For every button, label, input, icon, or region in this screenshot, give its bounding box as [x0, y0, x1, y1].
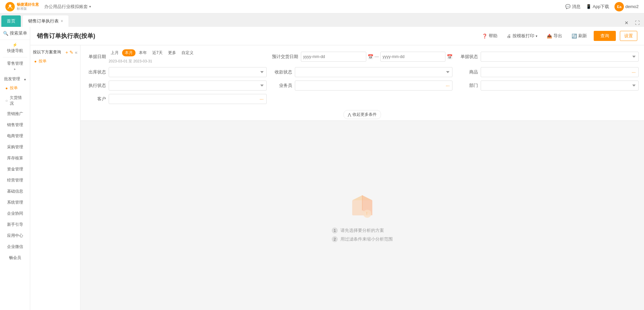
app-selector[interactable]: 办公用品行业模拟账套 ▾ — [42, 4, 94, 10]
date-tab-this-year[interactable]: 本年 — [137, 49, 149, 56]
sidebar-item-sales[interactable]: 销售管理 — [0, 119, 30, 131]
message-button[interactable]: 💬 消息 — [565, 4, 581, 10]
sidebar-search[interactable]: 🔍 搜索菜单 — [0, 27, 30, 40]
shortcut-icon: ⚡ — [12, 43, 17, 47]
add-scheme-button[interactable]: + — [65, 50, 68, 55]
refresh-icon: 🔄 — [572, 34, 577, 39]
sidebar-item-enterprise-wechat[interactable]: 企业微信 — [0, 241, 30, 252]
order-status-select[interactable] — [481, 52, 639, 62]
app-download-button[interactable]: 📱 App下载 — [586, 4, 609, 10]
split-container: 按以下方案查询 + ✎ « ● 按单 — [30, 45, 644, 310]
close-tab-button[interactable]: ✕ — [623, 19, 631, 27]
filter-group-goods: 商品 ··· — [458, 67, 639, 77]
outbound-status-select[interactable] — [109, 67, 267, 77]
main-layout: 🔍 搜索菜单 ⚡ 快捷导航 零售管理 ▸ 批发管理 ▴ ● 按单 ○ 欠货情况 … — [0, 27, 644, 310]
sidebar-shortcut[interactable]: ⚡ 快捷导航 — [0, 40, 30, 56]
payment-label: 收款状态 — [272, 69, 292, 75]
print-icon: 🖨 — [507, 34, 511, 39]
scheme-panel-header: 按以下方案查询 + ✎ « — [30, 48, 80, 56]
filter-group-outbound: 出库状态 — [86, 67, 267, 77]
download-icon: 📱 — [586, 4, 591, 9]
expected-date-to-input[interactable] — [380, 52, 446, 62]
settings-button[interactable]: 设置 — [620, 31, 637, 41]
tip-num-2: 2 — [332, 236, 338, 242]
outbound-label: 出库状态 — [86, 69, 106, 75]
sidebar-item-ecommerce[interactable]: 电商管理 — [0, 131, 30, 142]
customer-more-icon[interactable]: ··· — [260, 96, 264, 102]
sidebar-sub-pushorder[interactable]: ● 按单 — [0, 83, 30, 93]
payment-status-select[interactable] — [295, 67, 453, 77]
user-menu[interactable]: Ea demo2 — [614, 2, 639, 11]
date-tab-custom[interactable]: 自定义 — [179, 49, 196, 56]
sidebar-item-member[interactable]: 畅会员 — [0, 252, 30, 263]
customer-input[interactable]: ··· — [109, 94, 267, 104]
dept-select[interactable] — [481, 81, 639, 91]
app-selector-text: 办公用品行业模拟账套 — [44, 4, 88, 10]
goods-input-container[interactable]: ··· — [481, 67, 639, 77]
query-button[interactable]: 查询 — [594, 31, 616, 41]
sales-rep-input[interactable]: ··· — [295, 81, 453, 91]
filter-group-customer: 客户 ··· — [86, 94, 267, 104]
sidebar-sub-debt[interactable]: ○ 欠货情况 — [0, 93, 30, 108]
logo-icon — [5, 2, 15, 11]
exec-status-select[interactable] — [109, 81, 267, 91]
date-range-display: 2023-03-01 至 2023-03-31 — [109, 59, 267, 64]
goods-more-icon[interactable]: ··· — [632, 69, 636, 75]
filter-group-sales-rep: 业务员 ··· — [272, 81, 453, 91]
expected-date-from-input[interactable] — [301, 52, 366, 62]
avatar: Ea — [614, 2, 624, 11]
edit-scheme-button[interactable]: ✎ — [69, 50, 73, 55]
collapse-up-icon: ⋀ — [348, 112, 351, 117]
calendar-from-icon[interactable]: 📅 — [368, 54, 373, 59]
chevron-down-icon: ▾ — [89, 5, 91, 8]
order-status-label: 单据状态 — [458, 54, 478, 60]
right-content: 单据日期 上月 本月 本年 近7天 更多 自定义 20 — [80, 45, 644, 310]
scheme-panel-actions: + ✎ « — [65, 50, 77, 55]
sales-rep-more-icon[interactable]: ··· — [446, 83, 450, 88]
maximize-button[interactable]: ⛶ — [633, 19, 641, 27]
exec-status-label: 执行状态 — [86, 83, 106, 89]
sidebar-item-operations[interactable]: 经营管理 — [0, 175, 30, 186]
help-button[interactable]: ❓ 帮助 — [479, 32, 500, 40]
date-tab-this-month[interactable]: 本月 — [122, 49, 136, 56]
content-area: 销售订单执行表(按单) ❓ 帮助 🖨 按模板打印 ▾ 📤 导出 — [30, 27, 644, 310]
tab-sales-order-exec[interactable]: 销售订单执行表 × — [23, 15, 68, 27]
filter-row-3: 执行状态 业务员 ··· 部门 — [86, 81, 639, 91]
sidebar: 🔍 搜索菜单 ⚡ 快捷导航 零售管理 ▸ 批发管理 ▴ ● 按单 ○ 欠货情况 … — [0, 27, 30, 310]
sidebar-item-retail[interactable]: 零售管理 ▸ — [0, 58, 30, 73]
sidebar-item-system[interactable]: 系统管理 — [0, 197, 30, 208]
sidebar-item-marketing[interactable]: 营销推广 — [0, 108, 30, 119]
sidebar-item-purchase[interactable]: 采购管理 — [0, 142, 30, 153]
tab-bar-actions: ✕ ⛶ — [623, 19, 644, 27]
sidebar-item-enterprise[interactable]: 企业协同 — [0, 208, 30, 219]
sidebar-item-appstore[interactable]: 应用中心 — [0, 230, 30, 241]
page-title-row: 销售订单执行表(按单) ❓ 帮助 🖨 按模板打印 ▾ 📤 导出 — [37, 31, 637, 41]
export-icon: 📤 — [547, 34, 552, 39]
refresh-button[interactable]: 🔄 刷新 — [569, 32, 590, 40]
collapse-button[interactable]: ⋀ 收起更多条件 — [343, 110, 381, 119]
filter-section: 单据日期 上月 本月 本年 近7天 更多 自定义 20 — [80, 45, 644, 121]
logo-text: 畅捷通好生意 标准版 — [17, 2, 39, 11]
retail-label: 零售管理 — [7, 61, 23, 66]
date-tab-last-month[interactable]: 上月 — [109, 49, 121, 56]
print-button[interactable]: 🖨 按模板打印 ▾ — [504, 32, 540, 40]
sidebar-item-basic[interactable]: 基础信息 — [0, 186, 30, 197]
export-button[interactable]: 📤 导出 — [544, 32, 565, 40]
sidebar-item-inventory[interactable]: 库存核算 — [0, 153, 30, 164]
sidebar-item-newbie[interactable]: 新手引导 — [0, 219, 30, 230]
chevron-up-icon: ▴ — [24, 77, 26, 81]
date-label: 单据日期 — [86, 54, 106, 60]
date-tab-7days[interactable]: 近7天 — [150, 49, 165, 56]
tab-home[interactable]: 首页 — [1, 15, 21, 27]
collapse-row: ⋀ 收起更多条件 — [86, 107, 639, 120]
empty-tip-1: 1 请先选择要分析的方案 — [332, 227, 393, 234]
message-icon: 💬 — [565, 4, 571, 9]
scheme-item-by-order[interactable]: ● 按单 — [30, 56, 80, 66]
filter-group-order-status: 单据状态 — [458, 52, 639, 62]
collapse-scheme-button[interactable]: « — [75, 50, 77, 55]
close-tab-icon[interactable]: × — [61, 19, 63, 23]
calendar-to-icon[interactable]: 📅 — [447, 54, 452, 59]
sidebar-group-wholesale[interactable]: 批发管理 ▴ — [0, 73, 30, 83]
date-tab-more[interactable]: 更多 — [166, 49, 178, 56]
sidebar-item-finance[interactable]: 资金管理 — [0, 164, 30, 175]
